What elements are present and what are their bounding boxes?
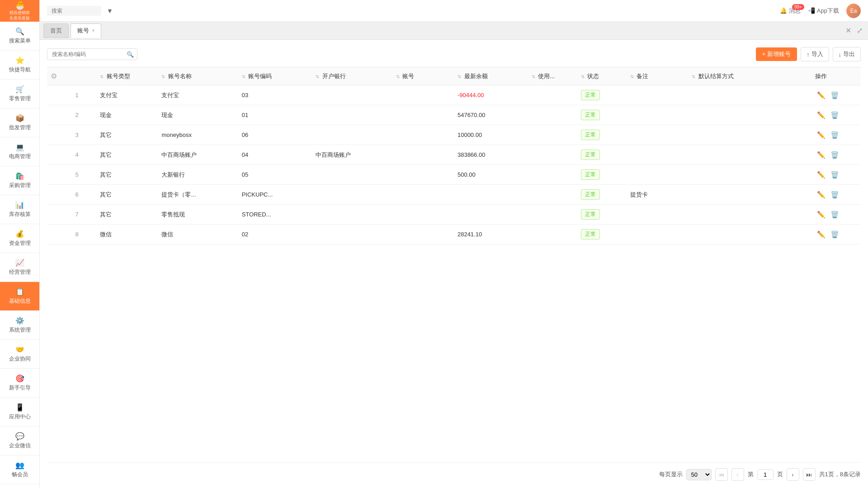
sidebar-item-new-guide[interactable]: 🎯 新手引导 <box>0 369 39 398</box>
next-page-button[interactable]: › <box>787 468 799 481</box>
close-tab-button[interactable]: ✕ <box>844 25 853 36</box>
search-menu-icon: 🔍 <box>2 27 38 36</box>
cell-remark <box>627 165 688 185</box>
add-account-button[interactable]: + 新增账号 <box>756 47 797 61</box>
cell-account-type: 微信 <box>96 225 158 244</box>
page-input[interactable] <box>757 469 774 480</box>
tab-home[interactable]: 首页 <box>43 23 69 38</box>
edit-button[interactable]: ✏️ <box>815 110 827 120</box>
col-usage[interactable]: ⇅ 使用... <box>528 67 577 85</box>
bell-icon: 🔔 <box>780 7 787 14</box>
col-latest-balance[interactable]: ⇅ 最新余额 <box>454 67 528 85</box>
search-input[interactable] <box>47 48 137 60</box>
delete-button[interactable]: 🗑️ <box>829 190 841 200</box>
cell-latest-balance: 547670.00 <box>454 105 528 125</box>
sidebar-item-label: 采购管理 <box>9 182 31 188</box>
cell-action: ✏️ 🗑️ <box>811 145 861 165</box>
sidebar-item-app-center[interactable]: 📱 应用中心 <box>0 398 39 427</box>
col-bank[interactable]: ⇅ 开户银行 <box>312 67 392 85</box>
edit-button[interactable]: ✏️ <box>815 130 827 140</box>
edit-button[interactable]: ✏️ <box>815 170 827 180</box>
tab-home-label: 首页 <box>50 27 62 35</box>
col-account-type[interactable]: ⇅ 账号类型 <box>96 67 158 85</box>
sidebar-item-quick-nav[interactable]: ⭐ 快捷导航 <box>0 51 39 80</box>
col-account-name[interactable]: ⇅ 账号名称 <box>158 67 238 85</box>
tab-account-close[interactable]: × <box>92 28 94 33</box>
col-status[interactable]: ⇅ 状态 <box>577 67 627 85</box>
table-row: 2 现金 现金 01 547670.00 正常 ✏️ 🗑️ <box>47 105 861 125</box>
import-button[interactable]: ↑ 导入 <box>801 47 829 61</box>
cell-num: 3 <box>72 125 97 145</box>
cell-num: 6 <box>72 185 97 205</box>
status-badge: 正常 <box>581 150 600 160</box>
cell-account-no <box>392 145 454 165</box>
settings-icon[interactable]: ⚙ <box>51 72 57 80</box>
edit-button[interactable]: ✏️ <box>815 190 827 200</box>
delete-button[interactable]: 🗑️ <box>829 150 841 160</box>
delete-button[interactable]: 🗑️ <box>829 170 841 180</box>
sidebar-item-search-menu[interactable]: 🔍 搜索菜单 <box>0 22 39 51</box>
edit-button[interactable]: ✏️ <box>815 210 827 220</box>
table-row: 3 其它 moneybosx 06 10000.00 正常 ✏️ 🗑️ <box>47 125 861 145</box>
top-search-input[interactable] <box>47 6 101 16</box>
sidebar: 🐣 稻谷进销存生意乐意版 🔍 搜索菜单 ⭐ 快捷导航 🛒 零售管理 📦 批发管理… <box>0 0 40 488</box>
cell-account-name: 现金 <box>158 105 238 125</box>
sort-icon: ⇅ <box>100 74 104 79</box>
col-default-settlement[interactable]: ⇅ 默认结算方式 <box>688 67 811 85</box>
cell-account-type: 其它 <box>96 185 158 205</box>
col-settings[interactable]: ⚙ <box>47 67 72 85</box>
wechat-icon: 💬 <box>2 432 38 441</box>
edit-button[interactable]: ✏️ <box>815 150 827 160</box>
delete-button[interactable]: 🗑️ <box>829 90 841 100</box>
dropdown-button[interactable]: ▼ <box>107 7 113 14</box>
col-remark[interactable]: ⇅ 备注 <box>627 67 688 85</box>
search-icon[interactable]: 🔍 <box>127 51 134 58</box>
delete-button[interactable]: 🗑️ <box>829 110 841 120</box>
cell-bank <box>312 225 392 244</box>
cell-account-type: 其它 <box>96 165 158 185</box>
sidebar-item-enterprise-agreement[interactable]: 🤝 企业协同 <box>0 340 39 369</box>
sidebar-item-fund-mgmt[interactable]: 💰 资金管理 <box>0 224 39 253</box>
app-download-button[interactable]: 📲 App下载 <box>808 7 839 15</box>
export-button[interactable]: ↓ 导出 <box>833 47 861 61</box>
table-row: 7 其它 零售抵现 STORED... 正常 ✏️ 🗑️ <box>47 205 861 225</box>
page-size-select[interactable]: 50 100 200 <box>686 469 712 480</box>
last-page-button[interactable]: ⏭ <box>803 468 816 481</box>
sidebar-item-basic-info[interactable]: 📋 基础信息 <box>0 282 39 311</box>
sidebar-item-retail-mgmt[interactable]: 🛒 零售管理 <box>0 80 39 108</box>
sidebar-item-purchase-mgmt[interactable]: 🛍️ 采购管理 <box>0 166 39 195</box>
cell-latest-balance <box>454 185 528 205</box>
sidebar-item-member[interactable]: 👥 畅会员 <box>0 455 39 484</box>
sidebar-item-operation-mgmt[interactable]: 📈 经营管理 <box>0 253 39 282</box>
logo-text: 稻谷进销存生意乐意版 <box>9 10 30 21</box>
tab-account[interactable]: 账号 × <box>71 23 101 38</box>
cell-remark <box>627 125 688 145</box>
edit-button[interactable]: ✏️ <box>815 90 827 100</box>
prev-page-button[interactable]: ‹ <box>731 468 744 481</box>
sidebar-item-wholesale-mgmt[interactable]: 📦 批发管理 <box>0 108 39 137</box>
col-account-no[interactable]: ⇅ 账号 <box>392 67 454 85</box>
user-avatar[interactable]: Ea <box>846 4 861 18</box>
maximize-tab-button[interactable]: ⤢ <box>855 25 864 36</box>
sidebar-item-enterprise-wechat[interactable]: 💬 企业微信 <box>0 427 39 455</box>
download-icon: 📲 <box>808 7 815 14</box>
cell-account-code: PICKUPC... <box>238 185 312 205</box>
sidebar-item-ecommerce-mgmt[interactable]: 💻 电商管理 <box>0 137 39 166</box>
cell-bank <box>312 105 392 125</box>
col-account-code[interactable]: ⇅ 账号编码 <box>238 67 312 85</box>
delete-button[interactable]: 🗑️ <box>829 130 841 140</box>
notification-button[interactable]: 🔔 消息 99+ <box>780 7 801 15</box>
cell-bank <box>312 85 392 105</box>
cell-default-settlement <box>688 165 811 185</box>
sidebar-item-label: 经营管理 <box>9 269 31 275</box>
delete-button[interactable]: 🗑️ <box>829 210 841 220</box>
cell-num: 5 <box>72 165 97 185</box>
sidebar-item-inventory-check[interactable]: 📊 库存核算 <box>0 195 39 224</box>
sidebar-item-system-mgmt[interactable]: ⚙️ 系统管理 <box>0 311 39 340</box>
delete-button[interactable]: 🗑️ <box>829 230 841 239</box>
sidebar-item-label: 搜索菜单 <box>9 38 31 44</box>
edit-button[interactable]: ✏️ <box>815 230 827 239</box>
cell-settings <box>47 145 72 165</box>
first-page-button[interactable]: ⏮ <box>715 468 728 481</box>
table-row: 6 其它 提货卡（零... PICKUPC... 正常 提货卡 ✏️ 🗑️ <box>47 185 861 205</box>
